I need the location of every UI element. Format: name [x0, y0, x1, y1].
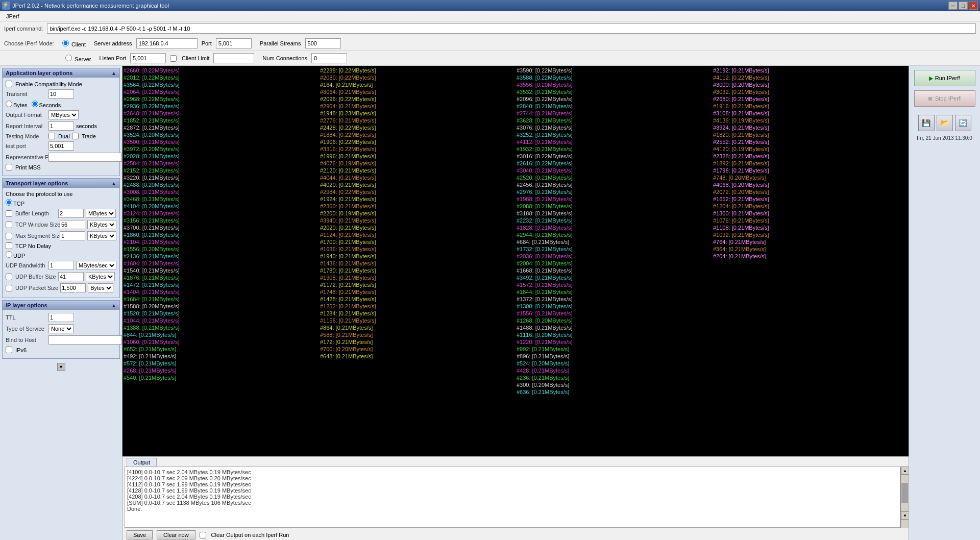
scroll-thumb[interactable] — [901, 483, 908, 503]
ttl-label: TTL — [6, 314, 46, 321]
save-icon-button[interactable]: 💾 — [918, 115, 935, 131]
net-line: #3628: [0.21MBytes/s] — [517, 117, 711, 124]
udp-buffer-checkbox[interactable] — [6, 274, 12, 280]
maximize-button[interactable]: □ — [959, 2, 968, 10]
run-iperf-button[interactable]: ▶ Run IPerf! — [914, 70, 975, 86]
minimize-button[interactable]: ─ — [948, 2, 958, 10]
output-text: [4100] 0.0-10.7 sec 2.04 MBytes 0.19 MBy… — [125, 467, 900, 528]
net-line: #1172: [0.21MBytes/s] — [320, 281, 514, 288]
type-of-service-select[interactable]: None — [48, 324, 74, 333]
stop-iperf-button[interactable]: ⏹ Stop IPerf! — [914, 90, 975, 107]
net-line: #3590: [0.22MBytes/s] — [517, 67, 711, 74]
udp-bandwidth-unit-select[interactable]: MBytes/sec — [76, 261, 116, 270]
collapse-ip-icon[interactable]: ▲ — [111, 303, 116, 308]
buffer-length-unit-select[interactable]: MBytes — [86, 209, 116, 218]
dual-checkbox[interactable] — [48, 133, 55, 139]
listen-port-input[interactable] — [130, 53, 166, 63]
client-limit-input[interactable] — [213, 53, 254, 63]
tcp-no-delay-checkbox[interactable] — [6, 242, 12, 249]
net-line: #1828: [0.21MBytes/s] — [517, 224, 711, 231]
num-connections-input[interactable] — [311, 53, 347, 63]
output-tab[interactable]: Output — [127, 458, 157, 467]
scroll-down-arrow[interactable]: ▼ — [57, 363, 65, 371]
client-radio-label[interactable]: Client — [62, 40, 86, 47]
menu-item-jperf[interactable]: JPerf — [2, 12, 23, 20]
output-line: [4128] 0.0-10.7 sec 1.99 MBytes 0.19 MBy… — [127, 487, 898, 494]
left-scroll-control: ▼ — [0, 361, 122, 373]
parallel-streams-input[interactable] — [305, 38, 341, 48]
menu-bar: JPerf — [0, 11, 980, 21]
tcp-radio[interactable] — [6, 199, 12, 206]
net-line: #3556: [0.20MBytes/s] — [517, 81, 711, 88]
client-radio[interactable] — [62, 40, 69, 46]
buffer-length-input[interactable] — [58, 209, 84, 218]
clear-output-checkbox[interactable] — [200, 532, 206, 538]
close-button[interactable]: ✕ — [969, 2, 978, 10]
udp-radio[interactable] — [6, 251, 12, 258]
transmit-input[interactable] — [48, 89, 74, 99]
ipv6-checkbox[interactable] — [6, 347, 12, 353]
iperf-command-input[interactable] — [47, 23, 976, 34]
window-controls[interactable]: ─ □ ✕ — [948, 2, 978, 10]
tcp-window-checkbox[interactable] — [6, 222, 12, 228]
net-line: #748: [0.20MBytes/s] — [713, 174, 908, 181]
udp-packet-input[interactable] — [60, 283, 86, 292]
buffer-length-checkbox[interactable] — [6, 210, 12, 217]
udp-packet-checkbox[interactable] — [6, 285, 12, 291]
test-port-input[interactable] — [48, 141, 74, 151]
server-radio[interactable] — [65, 55, 72, 61]
collapse-transport-icon[interactable]: ▲ — [111, 181, 116, 186]
net-line: #3040: [0.21MBytes/s] — [517, 167, 711, 174]
trade-checkbox[interactable] — [72, 133, 79, 139]
udp-buffer-unit-select[interactable]: KBytes — [86, 272, 115, 281]
port-input[interactable] — [216, 38, 252, 48]
clear-now-button[interactable]: Clear now — [157, 530, 195, 539]
server-address-input[interactable] — [136, 38, 198, 48]
compatibility-mode-checkbox[interactable] — [6, 81, 12, 87]
tcp-window-input[interactable] — [60, 220, 85, 229]
protocol-label: Choose the protocol to use — [6, 191, 116, 197]
output-scrollbar[interactable]: ▲ ▼ — [900, 467, 909, 528]
bytes-radio[interactable] — [6, 101, 12, 107]
print-mss-checkbox[interactable] — [6, 164, 12, 170]
ip-layer-header[interactable]: IP layer options ▲ — [3, 301, 119, 310]
scroll-down-btn[interactable]: ▼ — [901, 511, 909, 520]
bytes-seconds-row: Bytes Seconds — [6, 101, 116, 108]
max-segment-input[interactable] — [60, 231, 85, 240]
refresh-icon-button[interactable]: 🔄 — [955, 115, 971, 131]
report-interval-input[interactable] — [48, 121, 74, 131]
max-segment-checkbox[interactable] — [6, 233, 12, 239]
net-line: #2776: [0.21MBytes/s] — [320, 117, 514, 124]
application-layer-header[interactable]: Application layer options ▲ — [3, 68, 119, 78]
client-limit-checkbox[interactable] — [170, 55, 177, 62]
net-line: #844: [0.21MBytes/s] — [124, 331, 318, 338]
udp-packet-unit-select[interactable]: Bytes — [88, 283, 113, 292]
net-line: #3700: [0.21MBytes/s] — [124, 224, 318, 231]
net-line: #3468: [0.21MBytes/s] — [124, 195, 318, 203]
save-button[interactable]: Save — [127, 530, 153, 539]
dual-label: Dual — [58, 133, 70, 139]
net-line: #3016: [0.22MBytes/s] — [517, 153, 711, 160]
server-radio-label[interactable]: Server — [65, 55, 91, 62]
app-icon: ⚡ — [2, 2, 10, 10]
net-line: #1916: [0.21MBytes/s] — [713, 103, 908, 110]
udp-buffer-input[interactable] — [58, 272, 84, 281]
transport-layer-header[interactable]: Transport layer options ▲ — [3, 179, 119, 188]
udp-bandwidth-label: UDP Bandwidth — [6, 262, 46, 268]
open-icon-button[interactable]: 📂 — [937, 115, 953, 131]
tcp-window-size-label: TCP Window Size — [15, 222, 58, 228]
net-line: #2680: [0.21MBytes/s] — [713, 95, 908, 103]
net-line: #540: [0.21MBytes/s] — [124, 374, 318, 381]
collapse-app-icon[interactable]: ▲ — [111, 70, 116, 76]
net-line: #1116: [0.20MBytes/s] — [517, 331, 711, 338]
representative-file-input[interactable] — [48, 153, 122, 162]
ttl-input[interactable] — [48, 313, 74, 322]
tcp-window-unit-select[interactable]: KBytes — [87, 220, 116, 229]
output-format-select[interactable]: MBytes — [48, 110, 79, 119]
udp-bandwidth-input[interactable] — [48, 261, 74, 270]
bind-to-host-input[interactable] — [48, 335, 122, 345]
max-segment-unit-select[interactable]: KBytes — [87, 231, 116, 240]
seconds-radio[interactable] — [32, 101, 38, 107]
scroll-up-btn[interactable]: ▲ — [901, 467, 909, 475]
net-line: #1472: [0.21MBytes/s] — [124, 281, 318, 288]
